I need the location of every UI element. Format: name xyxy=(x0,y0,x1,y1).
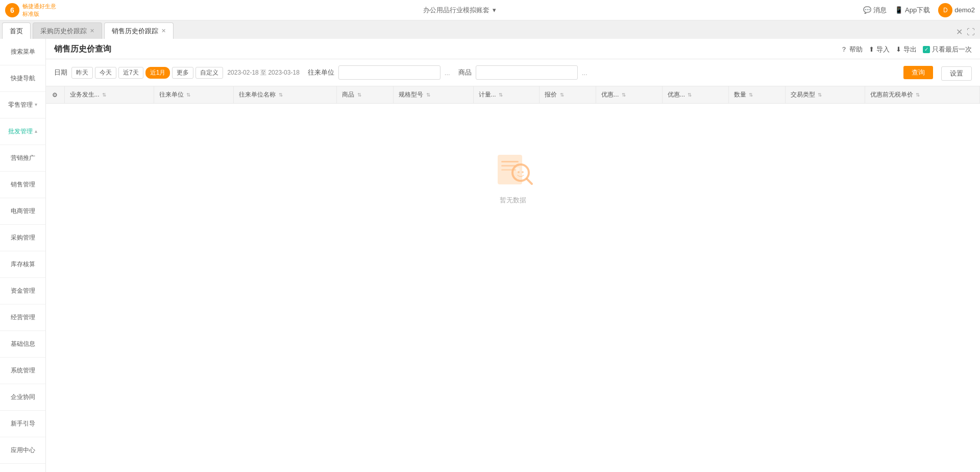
page-header-actions: ？ 帮助 ⬆ 导入 ⬇ 导出 ✓ 只看最后一次 xyxy=(841,45,972,54)
logo-icon: 6 xyxy=(5,3,19,17)
goods-label: 商品 xyxy=(458,68,472,77)
partner-filter-group: 往来单位 ... xyxy=(308,65,450,80)
empty-illustration xyxy=(490,145,536,191)
sidebar-item-ecommerce[interactable]: 电商管理 xyxy=(0,198,45,225)
sidebar-item-wechat[interactable]: 企业微信 xyxy=(0,464,45,472)
th-price[interactable]: 报价 ⇅ xyxy=(540,86,596,104)
date-btn-yesterday[interactable]: 昨天 xyxy=(71,67,93,79)
logo-area: 6 畅捷通好生意 标准版 xyxy=(5,3,56,17)
date-btn-1month[interactable]: 近1月 xyxy=(145,67,170,79)
sidebar-item-inventory[interactable]: 库存核算 xyxy=(0,251,45,278)
tab-sales-history-close[interactable]: ✕ xyxy=(161,28,166,34)
app-download-button[interactable]: 📱 App下载 xyxy=(895,6,930,15)
sidebar-item-app-center[interactable]: 应用中心 xyxy=(0,437,45,464)
sort-icon: ⇅ xyxy=(688,92,692,98)
maximize-icon[interactable]: ⛶ xyxy=(967,28,975,37)
user-menu[interactable]: D demo2 xyxy=(938,3,975,17)
settings-button-container: 设置 xyxy=(941,66,972,81)
sort-icon: ⇅ xyxy=(499,92,503,98)
data-table: ⚙ 业务发生... ⇅ 往来单位 ⇅ 往来单位名称 ⇅ xyxy=(46,86,980,104)
sort-icon: ⇅ xyxy=(186,92,190,98)
sidebar-item-finance[interactable]: 资金管理 xyxy=(0,278,45,304)
th-qty[interactable]: 数量 ⇅ xyxy=(728,86,785,104)
svg-rect-2 xyxy=(501,165,516,167)
table-header: ⚙ 业务发生... ⇅ 往来单位 ⇅ 往来单位名称 ⇅ xyxy=(46,86,980,104)
sidebar-item-search-menu[interactable]: 搜索菜单 xyxy=(0,39,45,65)
workspace-selector[interactable]: 办公用品行业模拟账套 ▾ xyxy=(423,6,496,15)
avatar: D xyxy=(938,3,952,17)
help-button[interactable]: ？ 帮助 xyxy=(841,45,863,54)
partner-input[interactable] xyxy=(338,65,440,80)
top-bar-right: 💬 消息 📱 App下载 D demo2 xyxy=(863,3,975,17)
goods-dots-button[interactable]: ... xyxy=(582,69,587,77)
th-partner-name[interactable]: 往来单位名称 ⇅ xyxy=(234,86,337,104)
sidebar-item-sys-settings[interactable]: 系统管理 xyxy=(0,358,45,384)
mobile-icon: 📱 xyxy=(895,6,903,14)
top-bar: 6 畅捷通好生意 标准版 办公用品行业模拟账套 ▾ 💬 消息 📱 App下载 D… xyxy=(0,0,980,20)
sidebar-item-wholesale-mgmt[interactable]: 批发管理 ▴ xyxy=(0,119,45,145)
goods-input[interactable] xyxy=(476,65,578,80)
svg-rect-1 xyxy=(501,161,519,162)
svg-point-8 xyxy=(522,171,524,173)
sort-icon: ⇅ xyxy=(818,92,822,98)
settings-button[interactable]: 设置 xyxy=(941,66,972,81)
th-partner-code[interactable]: 往来单位 ⇅ xyxy=(154,86,233,104)
th-unit[interactable]: 计量... ⇅ xyxy=(473,86,540,104)
sidebar-item-enterprise[interactable]: 企业协同 xyxy=(0,384,45,411)
date-btn-7days[interactable]: 近7天 xyxy=(118,67,143,79)
date-label: 日期 xyxy=(54,68,67,77)
th-trade-type[interactable]: 交易类型 ⇅ xyxy=(785,86,865,104)
date-btn-today[interactable]: 今天 xyxy=(95,67,116,79)
sidebar-item-purchase-mgmt[interactable]: 采购管理 xyxy=(0,225,45,251)
logo-text: 畅捷通好生意 标准版 xyxy=(22,3,56,17)
sort-icon: ⇅ xyxy=(916,92,920,98)
chevron-up-icon: ▴ xyxy=(35,128,37,135)
sidebar-item-marketing[interactable]: 营销推广 xyxy=(0,145,45,172)
tab-purchase-history-close[interactable]: ✕ xyxy=(90,28,94,34)
checkbox-icon: ✓ xyxy=(923,46,930,53)
th-goods[interactable]: 商品 ⇅ xyxy=(337,86,394,104)
sidebar-item-sales-mgmt[interactable]: 销售管理 xyxy=(0,172,45,198)
export-button[interactable]: ⬇ 导出 xyxy=(896,45,917,54)
th-discount1[interactable]: 优惠... ⇅ xyxy=(596,86,663,104)
message-button[interactable]: 💬 消息 xyxy=(863,6,887,15)
main-layout: 搜索菜单 快捷导航 零售管理 ▾ 批发管理 ▴ 营销推广 销售管理 电商管理 采 xyxy=(0,39,980,472)
sidebar-item-guide[interactable]: 新手引导 xyxy=(0,411,45,437)
tab-home[interactable]: 首页 xyxy=(2,22,31,39)
sort-icon: ⇅ xyxy=(279,92,283,98)
only-last-checkbox[interactable]: ✓ 只看最后一次 xyxy=(923,45,972,54)
date-filter-group: 日期 昨天 今天 近7天 近1月 更多 自定义 2023-02-18 至 202… xyxy=(54,67,300,79)
partner-dots-button[interactable]: ... xyxy=(445,69,450,77)
sort-icon: ⇅ xyxy=(102,92,106,98)
filter-bar: 日期 昨天 今天 近7天 近1月 更多 自定义 2023-02-18 至 202… xyxy=(46,59,980,86)
tab-sales-history[interactable]: 销售历史价跟踪 ✕ xyxy=(104,22,174,39)
sort-icon: ⇅ xyxy=(426,92,430,98)
tab-bar: 首页 采购历史价跟踪 ✕ 销售历史价跟踪 ✕ ✕ ⛶ xyxy=(0,20,980,39)
page-header: 销售历史价查询 ？ 帮助 ⬆ 导入 ⬇ 导出 ✓ 只看最后一次 xyxy=(46,39,980,59)
export-icon: ⬇ xyxy=(896,45,901,53)
th-discount2[interactable]: 优惠... ⇅ xyxy=(663,86,729,104)
th-biz-date[interactable]: 业务发生... ⇅ xyxy=(64,86,154,104)
date-btn-more[interactable]: 更多 xyxy=(172,67,193,79)
sidebar-item-basic-info[interactable]: 基础信息 xyxy=(0,331,45,358)
th-gear[interactable]: ⚙ xyxy=(46,86,64,104)
th-spec[interactable]: 规格型号 ⇅ xyxy=(394,86,473,104)
sidebar-item-retail-mgmt[interactable]: 零售管理 ▾ xyxy=(0,92,45,119)
date-buttons: 昨天 今天 近7天 近1月 更多 自定义 xyxy=(71,67,223,79)
sidebar-item-ops-mgmt[interactable]: 经营管理 xyxy=(0,304,45,331)
svg-point-6 xyxy=(516,168,520,172)
close-tab-icon[interactable]: ✕ xyxy=(956,27,963,37)
svg-point-7 xyxy=(518,171,520,173)
date-btn-custom[interactable]: 自定义 xyxy=(195,67,223,79)
import-button[interactable]: ⬆ 导入 xyxy=(869,45,890,54)
sort-icon: ⇅ xyxy=(622,92,626,98)
date-range: 2023-02-18 至 2023-03-18 xyxy=(227,68,299,77)
chevron-down-icon: ▾ xyxy=(35,101,37,108)
th-notax-price[interactable]: 优惠前无税单价 ⇅ xyxy=(865,86,980,104)
sort-icon: ⇅ xyxy=(357,92,361,98)
query-button[interactable]: 查询 xyxy=(903,66,933,79)
partner-label: 往来单位 xyxy=(308,68,334,77)
filter-actions: 查询 xyxy=(903,66,933,79)
tab-purchase-history[interactable]: 采购历史价跟踪 ✕ xyxy=(33,22,102,39)
sidebar-item-quick-nav[interactable]: 快捷导航 xyxy=(0,65,45,92)
